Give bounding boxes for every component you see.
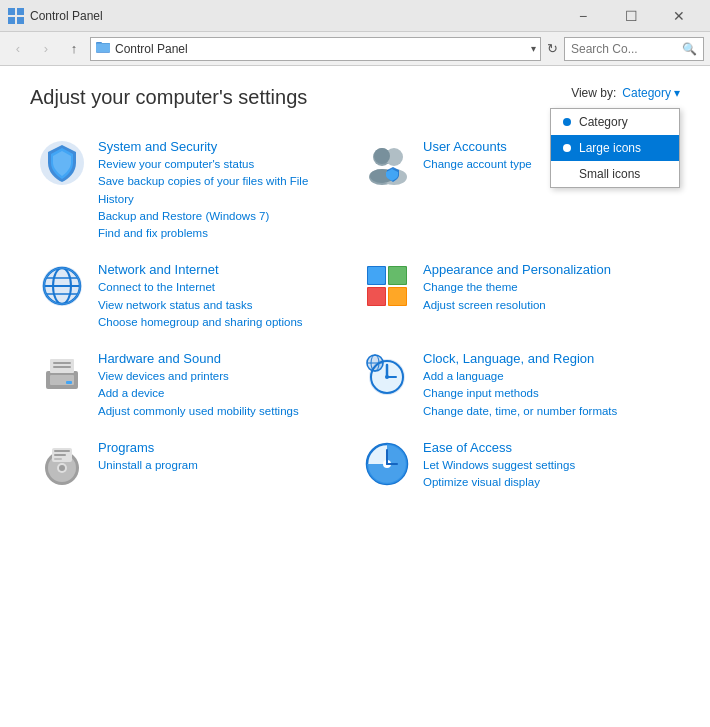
network-internet-icon bbox=[38, 262, 86, 310]
view-by-current: Category bbox=[622, 86, 671, 100]
window-controls: − ☐ ✕ bbox=[560, 0, 702, 32]
address-bar: ‹ › ↑ Control Panel ▾ ↻ 🔍 bbox=[0, 32, 710, 66]
svg-rect-27 bbox=[368, 288, 385, 305]
svg-rect-0 bbox=[8, 8, 15, 15]
back-button[interactable]: ‹ bbox=[6, 37, 30, 61]
network-internet-link-3[interactable]: Choose homegroup and sharing options bbox=[98, 314, 347, 331]
svg-rect-7 bbox=[96, 44, 110, 52]
programs-link-1[interactable]: Uninstall a program bbox=[98, 457, 347, 474]
category-programs: Programs Uninstall a program bbox=[30, 430, 355, 502]
clock-language-link-3[interactable]: Change date, time, or number formats bbox=[423, 403, 672, 420]
hardware-sound-link-3[interactable]: Adjust commonly used mobility settings bbox=[98, 403, 347, 420]
appearance-link-1[interactable]: Change the theme bbox=[423, 279, 672, 296]
clock-language-title[interactable]: Clock, Language, and Region bbox=[423, 351, 672, 366]
system-security-icon bbox=[38, 139, 86, 187]
svg-rect-53 bbox=[54, 458, 62, 460]
svg-rect-34 bbox=[53, 366, 71, 368]
radio-small-icons bbox=[563, 170, 571, 178]
svg-rect-2 bbox=[8, 17, 15, 24]
system-security-link-3[interactable]: Backup and Restore (Windows 7) bbox=[98, 208, 347, 225]
ease-of-access-icon bbox=[363, 440, 411, 488]
appearance-content: Appearance and Personalization Change th… bbox=[423, 262, 672, 314]
clock-language-content: Clock, Language, and Region Add a langua… bbox=[423, 351, 672, 420]
system-security-link-2[interactable]: Save backup copies of your files with Fi… bbox=[98, 173, 347, 208]
view-by-dropdown[interactable]: Category ▾ Category Large icons S bbox=[622, 86, 680, 100]
svg-rect-1 bbox=[17, 8, 24, 15]
category-network-internet: Network and Internet Connect to the Inte… bbox=[30, 252, 355, 341]
radio-large-icons bbox=[563, 144, 571, 152]
network-internet-title[interactable]: Network and Internet bbox=[98, 262, 347, 277]
svg-rect-3 bbox=[17, 17, 24, 24]
category-ease-of-access: Ease of Access Let Windows suggest setti… bbox=[355, 430, 680, 502]
hardware-sound-icon bbox=[38, 351, 86, 399]
network-internet-content: Network and Internet Connect to the Inte… bbox=[98, 262, 347, 331]
category-clock-language: Clock, Language, and Region Add a langua… bbox=[355, 341, 680, 430]
maximize-button[interactable]: ☐ bbox=[608, 0, 654, 32]
dropdown-item-category[interactable]: Category bbox=[551, 109, 679, 135]
category-hardware-sound: Hardware and Sound View devices and prin… bbox=[30, 341, 355, 430]
svg-rect-52 bbox=[54, 454, 66, 456]
ease-of-access-link-1[interactable]: Let Windows suggest settings bbox=[423, 457, 672, 474]
main-panel: Adjust your computer's settings View by:… bbox=[0, 66, 710, 727]
search-icon: 🔍 bbox=[682, 42, 697, 56]
search-input[interactable] bbox=[571, 42, 678, 56]
refresh-button[interactable]: ↻ bbox=[545, 39, 560, 58]
system-security-link-1[interactable]: Review your computer's status bbox=[98, 156, 347, 173]
view-by-button[interactable]: Category ▾ bbox=[622, 86, 680, 100]
app-icon bbox=[8, 8, 24, 24]
network-internet-link-1[interactable]: Connect to the Internet bbox=[98, 279, 347, 296]
clock-language-link-1[interactable]: Add a language bbox=[423, 368, 672, 385]
appearance-title[interactable]: Appearance and Personalization bbox=[423, 262, 672, 277]
category-appearance: Appearance and Personalization Change th… bbox=[355, 252, 680, 341]
programs-title[interactable]: Programs bbox=[98, 440, 347, 455]
ease-of-access-title[interactable]: Ease of Access bbox=[423, 440, 672, 455]
ease-of-access-content: Ease of Access Let Windows suggest setti… bbox=[423, 440, 672, 492]
category-system-security: System and Security Review your computer… bbox=[30, 129, 355, 252]
radio-category bbox=[563, 118, 571, 126]
svg-rect-51 bbox=[54, 450, 70, 452]
folder-icon bbox=[95, 39, 111, 58]
hardware-sound-title[interactable]: Hardware and Sound bbox=[98, 351, 347, 366]
appearance-link-2[interactable]: Adjust screen resolution bbox=[423, 297, 672, 314]
clock-language-icon bbox=[363, 351, 411, 399]
clock-language-link-2[interactable]: Change input methods bbox=[423, 385, 672, 402]
dropdown-item-large-icons[interactable]: Large icons bbox=[551, 135, 679, 161]
svg-rect-23 bbox=[368, 267, 385, 284]
content-area: Adjust your computer's settings View by:… bbox=[0, 66, 710, 727]
title-bar: Control Panel − ☐ ✕ bbox=[0, 0, 710, 32]
window-title: Control Panel bbox=[30, 9, 560, 23]
programs-icon bbox=[38, 440, 86, 488]
system-security-title[interactable]: System and Security bbox=[98, 139, 347, 154]
appearance-icon bbox=[363, 262, 411, 310]
svg-rect-35 bbox=[66, 381, 72, 384]
category-option-label: Category bbox=[579, 115, 628, 129]
view-by-row: View by: Category ▾ Category Large icons bbox=[571, 86, 680, 100]
address-bar-input[interactable]: Control Panel ▾ bbox=[90, 37, 541, 61]
svg-rect-29 bbox=[389, 288, 406, 305]
view-by-menu: Category Large icons Small icons bbox=[550, 108, 680, 188]
network-internet-link-2[interactable]: View network status and tasks bbox=[98, 297, 347, 314]
svg-rect-25 bbox=[389, 267, 406, 284]
hardware-sound-content: Hardware and Sound View devices and prin… bbox=[98, 351, 347, 420]
ease-of-access-link-2[interactable]: Optimize visual display bbox=[423, 474, 672, 491]
svg-point-41 bbox=[385, 375, 389, 379]
forward-button[interactable]: › bbox=[34, 37, 58, 61]
address-path: Control Panel bbox=[115, 42, 527, 56]
svg-point-13 bbox=[374, 148, 390, 164]
hardware-sound-link-2[interactable]: Add a device bbox=[98, 385, 347, 402]
small-icons-option-label: Small icons bbox=[579, 167, 640, 181]
svg-point-49 bbox=[59, 465, 65, 471]
svg-rect-33 bbox=[53, 362, 71, 364]
close-button[interactable]: ✕ bbox=[656, 0, 702, 32]
system-security-content: System and Security Review your computer… bbox=[98, 139, 347, 242]
address-dropdown-icon[interactable]: ▾ bbox=[531, 43, 536, 54]
view-by-label: View by: bbox=[571, 86, 616, 100]
up-button[interactable]: ↑ bbox=[62, 37, 86, 61]
programs-content: Programs Uninstall a program bbox=[98, 440, 347, 474]
minimize-button[interactable]: − bbox=[560, 0, 606, 32]
dropdown-item-small-icons[interactable]: Small icons bbox=[551, 161, 679, 187]
large-icons-option-label: Large icons bbox=[579, 141, 641, 155]
hardware-sound-link-1[interactable]: View devices and printers bbox=[98, 368, 347, 385]
search-box[interactable]: 🔍 bbox=[564, 37, 704, 61]
system-security-link-4[interactable]: Find and fix problems bbox=[98, 225, 347, 242]
